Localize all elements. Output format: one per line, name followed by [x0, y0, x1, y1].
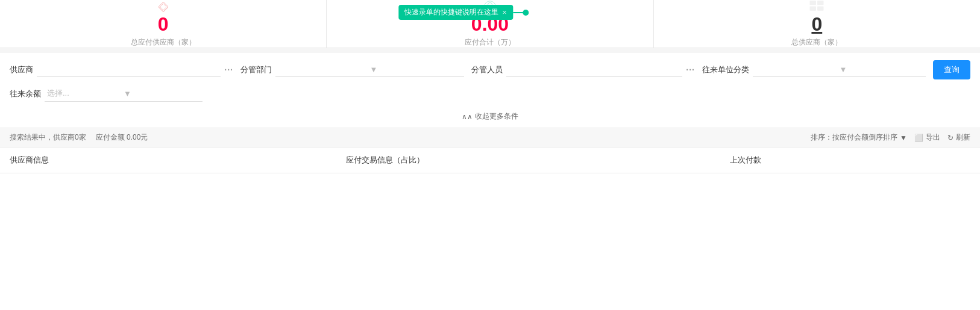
stat-number-payable-suppliers: 0 [158, 14, 169, 35]
diamond-icon [149, 0, 178, 14]
filter-department: 分管部门 ▼ [240, 63, 464, 77]
filter-balance: 往来余额 选择... ▼ [10, 85, 203, 102]
filter-row-2: 往来余额 选择... ▼ [10, 85, 203, 102]
table-header: 供应商信息 应付交易信息（占比） 上次付款 [0, 147, 980, 173]
svg-rect-4 [810, 1, 816, 5]
col-header-supplier-label: 供应商信息 [10, 155, 49, 164]
tooltip-dot [523, 10, 529, 16]
svg-rect-7 [817, 6, 823, 10]
balance-dropdown[interactable]: 选择... ▼ [45, 85, 203, 102]
collapse-label: 收起更多条件 [475, 111, 518, 122]
tooltip-badge[interactable]: 快速录单的快捷键说明在这里 × [398, 5, 513, 20]
supplier-label: 供应商 [10, 64, 33, 75]
department-label: 分管部门 [240, 64, 272, 75]
sort-label: 排序：按应付会额倒序排序 [811, 132, 897, 143]
department-dropdown[interactable]: ▼ [275, 63, 464, 77]
svg-rect-5 [817, 1, 823, 5]
result-bar-right: 排序：按应付会额倒序排序 ▼ ⬜ 导出 ↻ 刷新 [811, 132, 970, 143]
department-arrow: ▼ [370, 65, 462, 74]
collapse-row: ∧∧ 收起更多条件 [10, 108, 970, 128]
filter-unit-category: 往来单位分类 ▼ [702, 63, 926, 77]
col-header-transactions-label: 应付交易信息（占比） [346, 155, 424, 164]
stat-label-payable-suppliers: 总应付供应商（家） [131, 37, 196, 48]
refresh-button[interactable]: ↻ 刷新 [947, 132, 970, 143]
manager-label: 分管人员 [471, 64, 503, 75]
balance-arrow: ▼ [124, 89, 200, 98]
refresh-label: 刷新 [956, 132, 970, 143]
col-header-supplier: 供应商信息 [10, 155, 346, 166]
stats-bar: 0 总应付供应商（家） 快速录单的快捷键说明在这里 × 0.00 应付合计（万）… [0, 0, 980, 48]
unit-category-label: 往来单位分类 [702, 64, 749, 75]
supplier-input[interactable] [37, 63, 221, 77]
stat-number-total-suppliers: 0 [811, 14, 822, 35]
balance-label: 往来余额 [10, 88, 41, 99]
export-icon: ⬜ [914, 134, 923, 142]
filter-row-1: 供应商 ··· 分管部门 ▼ 分管人员 ··· 往来单位分类 ▼ [10, 60, 970, 79]
tooltip-close-btn[interactable]: × [502, 8, 507, 17]
sort-button[interactable]: 排序：按应付会额倒序排序 ▼ [811, 132, 907, 143]
stat-total-payable-suppliers: 0 总应付供应商（家） [0, 0, 327, 48]
filter-supplier: 供应商 ··· [10, 63, 233, 77]
payable-amount-text: 应付金额 0.00元 [96, 132, 148, 143]
stat-label-total-suppliers: 总供应商（家） [791, 37, 842, 48]
refresh-icon: ↻ [947, 134, 953, 142]
grid-icon [802, 0, 831, 11]
result-bar-left: 搜索结果中，供应商0家 应付金额 0.00元 [10, 132, 148, 143]
manager-input[interactable] [506, 63, 682, 77]
stat-payable-total: 快速录单的快捷键说明在这里 × 0.00 应付合计（万） [327, 0, 653, 48]
filter-area: 供应商 ··· 分管部门 ▼ 分管人员 ··· 往来单位分类 ▼ [0, 53, 980, 128]
svg-rect-0 [159, 2, 168, 11]
tooltip-text: 快速录单的快捷键说明在这里 [404, 7, 498, 17]
result-bar: 搜索结果中，供应商0家 应付金额 0.00元 排序：按应付会额倒序排序 ▼ ⬜ … [0, 128, 980, 147]
col-header-transactions: 应付交易信息（占比） [346, 155, 730, 166]
col-header-lastpay-label: 上次付款 [730, 155, 761, 164]
export-label: 导出 [926, 132, 940, 143]
svg-rect-6 [810, 6, 816, 10]
collapse-button[interactable]: ∧∧ 收起更多条件 [462, 111, 518, 122]
balance-placeholder: 选择... [47, 88, 124, 99]
col-header-lastpay: 上次付款 [730, 155, 970, 166]
sort-arrow-icon: ▼ [900, 134, 907, 142]
stat-total-suppliers: 0 总供应商（家） [654, 0, 980, 48]
unit-category-arrow: ▼ [840, 65, 924, 74]
unit-category-dropdown[interactable]: ▼ [753, 63, 926, 77]
query-button[interactable]: 查询 [933, 60, 970, 79]
collapse-icon: ∧∧ [462, 113, 473, 121]
stat-label-payable-total: 应付合计（万） [465, 37, 515, 48]
supplier-dots[interactable]: ··· [224, 65, 233, 75]
table-body [0, 173, 980, 310]
supplier-count-text: 搜索结果中，供应商0家 [10, 132, 86, 143]
filter-manager: 分管人员 ··· [471, 63, 695, 77]
export-button[interactable]: ⬜ 导出 [914, 132, 940, 143]
manager-dots[interactable]: ··· [686, 65, 695, 75]
